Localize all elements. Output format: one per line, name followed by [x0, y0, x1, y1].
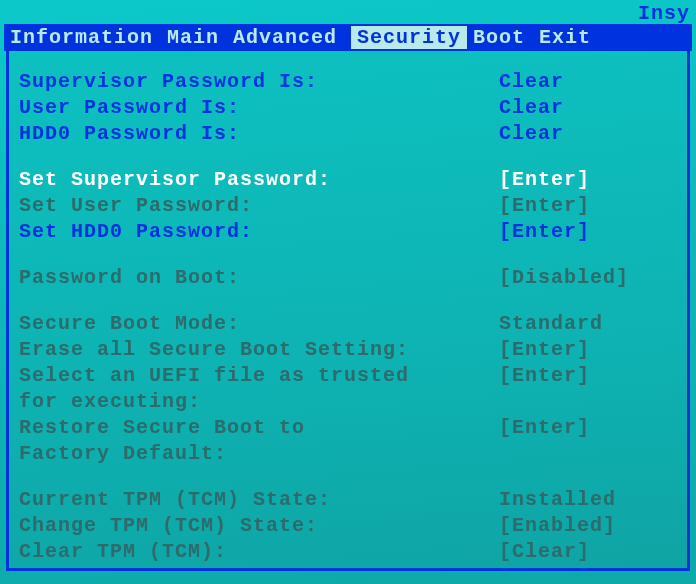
row-label: Set Supervisor Password: — [19, 167, 499, 193]
row-label: Set User Password: — [19, 193, 499, 219]
row-label: Select an UEFI file as trusted — [19, 363, 499, 389]
row-value[interactable]: [Enabled] — [499, 513, 616, 539]
row-label: for executing: — [19, 389, 499, 415]
vendor-label: Insy — [638, 2, 690, 25]
security-panel: Supervisor Password Is:ClearUser Passwor… — [6, 51, 690, 571]
row-label: Erase all Secure Boot Setting: — [19, 337, 499, 363]
row-label: Change TPM (TCM) State: — [19, 513, 499, 539]
row-label: HDD0 Password Is: — [19, 121, 499, 147]
row-factory-default: Factory Default: — [19, 441, 677, 467]
row-value[interactable]: [Enter] — [499, 415, 590, 441]
row-value[interactable]: Standard — [499, 311, 603, 337]
row-value[interactable]: [Enter] — [499, 167, 590, 193]
tab-advanced[interactable]: Advanced — [233, 26, 351, 49]
row-label: Current TPM (TCM) State: — [19, 487, 499, 513]
row-for-executing: for executing: — [19, 389, 677, 415]
row-supervisor-password-is: Supervisor Password Is:Clear — [19, 69, 677, 95]
tab-exit[interactable]: Exit — [539, 26, 605, 49]
row-label: Secure Boot Mode: — [19, 311, 499, 337]
tab-main[interactable]: Main — [167, 26, 233, 49]
row-set-hdd0-password[interactable]: Set HDD0 Password:[Enter] — [19, 219, 677, 245]
row-value[interactable]: [Disabled] — [499, 265, 629, 291]
row-value: Installed — [499, 487, 616, 513]
tab-security[interactable]: Security — [351, 26, 467, 49]
row-value: Clear — [499, 95, 564, 121]
row-label: Supervisor Password Is: — [19, 69, 499, 95]
row-label: Password on Boot: — [19, 265, 499, 291]
spacer — [19, 245, 677, 265]
row-change-tpm-tcm-state[interactable]: Change TPM (TCM) State:[Enabled] — [19, 513, 677, 539]
row-hdd0-password-is: HDD0 Password Is:Clear — [19, 121, 677, 147]
row-value[interactable]: [Clear] — [499, 539, 590, 565]
tab-information[interactable]: Information — [10, 26, 167, 49]
row-set-supervisor-password[interactable]: Set Supervisor Password:[Enter] — [19, 167, 677, 193]
row-value[interactable]: [Enter] — [499, 193, 590, 219]
row-value[interactable]: [Enter] — [499, 337, 590, 363]
row-password-on-boot[interactable]: Password on Boot:[Disabled] — [19, 265, 677, 291]
row-value: Clear — [499, 69, 564, 95]
row-clear-tpm-tcm[interactable]: Clear TPM (TCM):[Clear] — [19, 539, 677, 565]
spacer — [19, 467, 677, 487]
row-label: Clear TPM (TCM): — [19, 539, 499, 565]
row-label: User Password Is: — [19, 95, 499, 121]
row-value[interactable]: [Enter] — [499, 219, 590, 245]
row-label: Restore Secure Boot to — [19, 415, 499, 441]
row-current-tpm-tcm-state: Current TPM (TCM) State:Installed — [19, 487, 677, 513]
spacer — [19, 291, 677, 311]
row-user-password-is: User Password Is:Clear — [19, 95, 677, 121]
row-select-an-uefi-file-as-trusted[interactable]: Select an UEFI file as trusted[Enter] — [19, 363, 677, 389]
row-erase-all-secure-boot-setting[interactable]: Erase all Secure Boot Setting:[Enter] — [19, 337, 677, 363]
tab-boot[interactable]: Boot — [473, 26, 539, 49]
row-restore-secure-boot-to[interactable]: Restore Secure Boot to[Enter] — [19, 415, 677, 441]
menu-bar: InformationMainAdvancedSecurityBootExit — [4, 24, 692, 51]
spacer — [19, 147, 677, 167]
row-label: Set HDD0 Password: — [19, 219, 499, 245]
row-value: Clear — [499, 121, 564, 147]
row-label: Factory Default: — [19, 441, 499, 467]
row-secure-boot-mode[interactable]: Secure Boot Mode:Standard — [19, 311, 677, 337]
bios-screen: Insy InformationMainAdvancedSecurityBoot… — [0, 0, 696, 584]
row-value[interactable]: [Enter] — [499, 363, 590, 389]
row-set-user-password[interactable]: Set User Password:[Enter] — [19, 193, 677, 219]
